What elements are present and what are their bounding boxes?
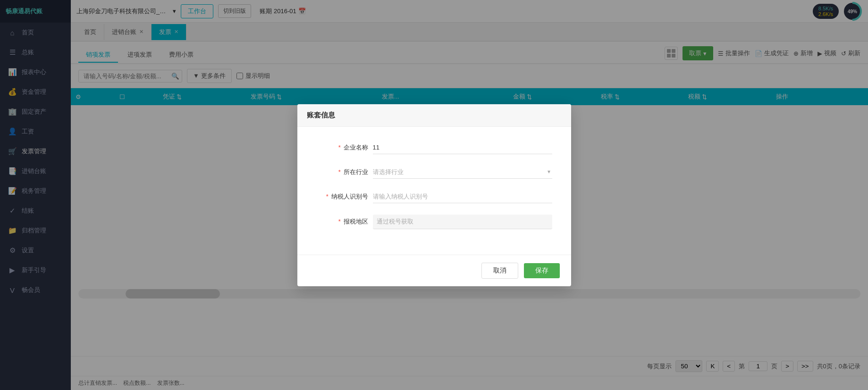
industry-select[interactable]: 请选择行业 bbox=[373, 166, 552, 178]
required-mark: * bbox=[326, 193, 329, 200]
cancel-button[interactable]: 取消 bbox=[481, 263, 518, 279]
form-row-tax-region: * 报税地区 通过税号获取 bbox=[316, 215, 552, 229]
form-row-industry: * 所在行业 请选择行业 ▾ bbox=[316, 166, 552, 179]
tax-id-label: * 纳税人识别号 bbox=[316, 192, 373, 201]
account-info-modal: 账套信息 * 企业名称 * 所在行业 请选择行业 bbox=[297, 104, 571, 286]
industry-select-wrap: 请选择行业 ▾ bbox=[373, 166, 552, 179]
form-row-tax-id: * 纳税人识别号 bbox=[316, 190, 552, 203]
tax-region-label: * 报税地区 bbox=[316, 217, 373, 226]
form-row-company-name: * 企业名称 bbox=[316, 141, 552, 154]
tax-id-input[interactable] bbox=[373, 190, 552, 203]
required-mark: * bbox=[338, 168, 341, 175]
company-name-label: * 企业名称 bbox=[316, 143, 373, 152]
modal-body: * 企业名称 * 所在行业 请选择行业 ▾ bbox=[297, 127, 571, 255]
save-button[interactable]: 保存 bbox=[524, 263, 560, 278]
industry-label: * 所在行业 bbox=[316, 168, 373, 176]
required-mark: * bbox=[338, 218, 341, 225]
tax-region-disabled-input: 通过税号获取 bbox=[373, 215, 552, 229]
modal-header: 账套信息 bbox=[297, 104, 571, 127]
company-name-input[interactable] bbox=[373, 141, 552, 154]
modal-overlay: 账套信息 * 企业名称 * 所在行业 请选择行业 bbox=[0, 0, 868, 390]
required-mark: * bbox=[338, 144, 341, 151]
modal-title: 账套信息 bbox=[307, 111, 335, 119]
modal-footer: 取消 保存 bbox=[297, 255, 571, 286]
